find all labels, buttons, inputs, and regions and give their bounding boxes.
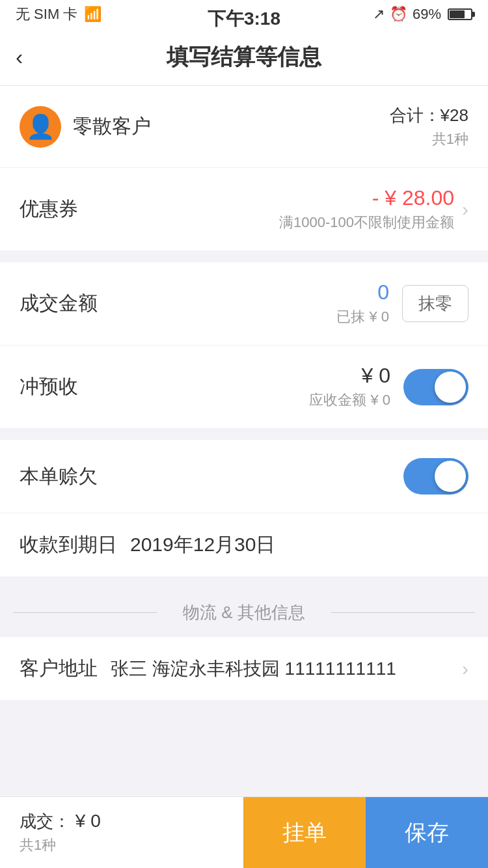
- address-chevron-icon: ›: [462, 658, 468, 680]
- location-icon: ↗: [373, 6, 385, 23]
- bottom-deal-line: 成交： ¥ 0: [20, 810, 224, 833]
- logistics-label: 物流 & 其他信息: [183, 601, 305, 624]
- total-label: 合计：¥28: [390, 104, 468, 127]
- transaction-section: 成交金额 0 已抹 ¥ 0 抹零 冲预收 ¥ 0 应收金额 ¥ 0: [0, 262, 488, 428]
- due-date-label: 收款到期日: [20, 532, 117, 558]
- prepay-row: 冲预收 ¥ 0 应收金额 ¥ 0: [0, 346, 488, 428]
- debt-section: 本单赊欠 收款到期日 2019年12月30日: [0, 440, 488, 576]
- address-section: 客户地址 张三 海淀永丰科技园 11111111111 ›: [0, 637, 488, 700]
- bottom-info: 成交： ¥ 0 共1种: [0, 810, 243, 855]
- customer-right: 合计：¥28 共1种: [390, 104, 468, 149]
- prepay-toggle[interactable]: [403, 369, 468, 405]
- wifi-icon: 📶: [84, 6, 102, 23]
- coupon-sub: 满1000-100不限制使用金额: [279, 213, 454, 232]
- debt-label: 本单赊欠: [20, 463, 98, 490]
- coupon-label: 优惠券: [20, 196, 78, 223]
- avatar-icon: 👤: [26, 115, 55, 139]
- address-row[interactable]: 客户地址 张三 海淀永丰科技园 11111111111 ›: [0, 637, 488, 700]
- logistics-section: 物流 & 其他信息: [0, 588, 488, 637]
- bottom-count: 共1种: [20, 835, 224, 855]
- customer-section: 👤 零散客户 合计：¥28 共1种 优惠券 - ¥ 28.00 满1000-10…: [0, 86, 488, 251]
- back-button[interactable]: ‹: [16, 44, 23, 70]
- status-bar: 无 SIM 卡 📶 下午3:18 ↗ ⏰ 69%: [0, 0, 488, 29]
- save-button[interactable]: 保存: [366, 797, 488, 869]
- total-count: 共1种: [390, 129, 468, 149]
- bottom-deal-amount: ¥ 0: [75, 811, 101, 831]
- coupon-row[interactable]: 优惠券 - ¥ 28.00 满1000-100不限制使用金额 ›: [0, 167, 488, 251]
- transaction-amount-row: 成交金额 0 已抹 ¥ 0 抹零: [0, 262, 488, 346]
- address-value: 张三 海淀永丰科技园 11111111111: [111, 657, 462, 681]
- divider-2: [0, 428, 488, 440]
- divider-1: [0, 251, 488, 262]
- status-left: 无 SIM 卡 📶: [16, 5, 102, 24]
- debt-toggle[interactable]: [403, 458, 468, 495]
- logistics-line-right: [331, 612, 475, 613]
- prepay-amount: ¥ 0: [309, 364, 390, 388]
- coupon-right: - ¥ 28.00 满1000-100不限制使用金额 ›: [279, 186, 468, 232]
- status-right: ↗ ⏰ 69%: [373, 6, 472, 23]
- status-time: 下午3:18: [208, 7, 280, 31]
- avatar: 👤: [20, 106, 61, 148]
- prepay-right: ¥ 0 应收金额 ¥ 0: [309, 364, 468, 410]
- due-date-value: 2019年12月30日: [130, 532, 275, 558]
- logistics-line-left: [13, 612, 157, 613]
- hold-button-label: 挂单: [282, 818, 327, 848]
- amount-label: 成交金额: [20, 290, 98, 317]
- customer-name: 零散客户: [73, 113, 151, 140]
- toggle-knob: [435, 372, 466, 403]
- alarm-icon: ⏰: [390, 6, 407, 23]
- nav-bar: ‹ 填写结算等信息: [0, 29, 488, 86]
- battery-icon: [448, 8, 472, 20]
- save-button-label: 保存: [405, 818, 449, 848]
- customer-left: 👤 零散客户: [20, 106, 151, 148]
- debt-row: 本单赊欠: [0, 440, 488, 513]
- page-title: 填写结算等信息: [167, 42, 321, 72]
- bottom-bar: 成交： ¥ 0 共1种 挂单 保存: [0, 796, 488, 868]
- round-button[interactable]: 抹零: [402, 285, 468, 322]
- coupon-discount: - ¥ 28.00: [279, 186, 454, 210]
- bottom-deal-label: 成交：: [20, 811, 70, 831]
- hold-button[interactable]: 挂单: [243, 797, 366, 869]
- due-date-row: 收款到期日 2019年12月30日: [0, 513, 488, 576]
- carrier-text: 无 SIM 卡: [16, 5, 77, 24]
- customer-row: 👤 零散客户 合计：¥28 共1种: [0, 86, 488, 167]
- bottom-spacer: [0, 700, 488, 778]
- divider-3: [0, 576, 488, 588]
- amount-right: 0 已抹 ¥ 0 抹零: [336, 280, 468, 327]
- prepay-label: 冲预收: [20, 373, 78, 400]
- coupon-detail: - ¥ 28.00 满1000-100不限制使用金额: [279, 186, 454, 232]
- prepay-receivable: 应收金额 ¥ 0: [309, 390, 390, 410]
- address-label: 客户地址: [20, 655, 98, 682]
- prepay-amounts: ¥ 0 应收金额 ¥ 0: [309, 364, 390, 410]
- debt-toggle-knob: [435, 461, 466, 492]
- battery-percent: 69%: [413, 6, 441, 23]
- amount-value[interactable]: 0: [377, 280, 389, 304]
- amount-sub: 已抹 ¥ 0: [336, 307, 389, 327]
- chevron-right-icon: ›: [462, 198, 468, 221]
